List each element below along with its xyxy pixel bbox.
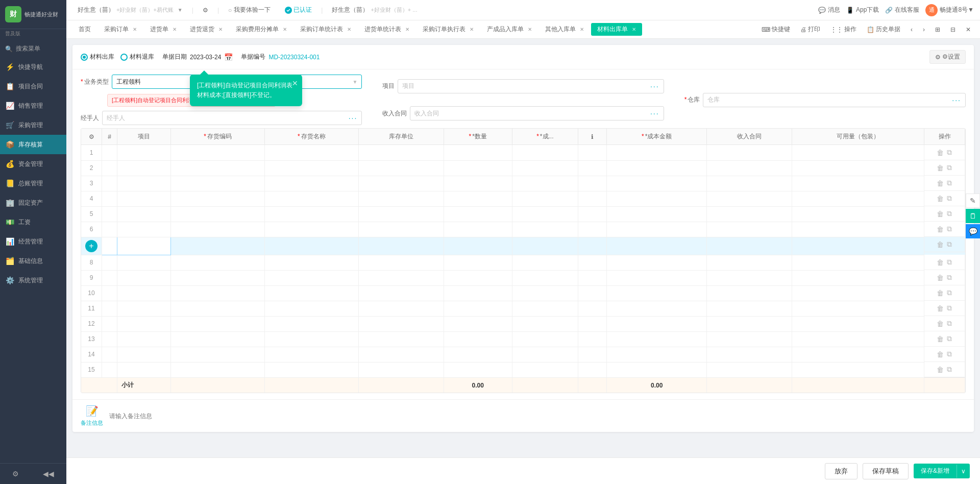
right-float-green-btn[interactable]: 🗒 bbox=[966, 209, 980, 223]
delete-row-8-btn[interactable]: 🗑 bbox=[937, 258, 944, 267]
delete-row-6-btn[interactable]: 🗑 bbox=[937, 225, 944, 233]
remarks-input[interactable] bbox=[109, 407, 966, 425]
secondbar-tab-purchase-order[interactable]: 采购订单 ✕ bbox=[98, 23, 143, 36]
handler-input[interactable]: 经手人 ··· bbox=[102, 111, 362, 125]
topbar-trial-btn[interactable]: ○ 我要体验一下 bbox=[223, 4, 276, 16]
history-btn[interactable]: 📋 历史单据 bbox=[864, 23, 903, 35]
calendar-icon[interactable]: 📅 bbox=[224, 53, 233, 61]
close-purchase-stat-tab[interactable]: ✕ bbox=[347, 27, 351, 32]
delete-row-9-btn[interactable]: 🗑 bbox=[937, 274, 944, 282]
radio-material-out[interactable]: 材料出库 bbox=[81, 53, 114, 61]
th-settings[interactable]: ⚙ bbox=[81, 129, 102, 145]
form-settings-btn[interactable]: ⚙ ⚙设置 bbox=[929, 50, 966, 64]
delete-row-4-btn[interactable]: 🗑 bbox=[937, 195, 944, 203]
copy-row-12-btn[interactable]: ⧉ bbox=[947, 319, 952, 328]
print-btn[interactable]: 🖨 打印 bbox=[797, 23, 823, 35]
secondbar-tab-inbound-stat[interactable]: 进货单统计表 ✕ bbox=[358, 23, 415, 36]
delete-row-14-btn[interactable]: 🗑 bbox=[937, 350, 944, 358]
sidebar-item-system[interactable]: ⚙️ 系统管理 bbox=[0, 271, 66, 290]
save-new-main-btn[interactable]: 保存&新增 bbox=[914, 464, 957, 478]
operation-btn[interactable]: ⋮⋮ 操作 bbox=[827, 23, 860, 35]
sidebar-item-inventory[interactable]: 📦 库存核算 bbox=[0, 135, 66, 154]
project-dots-link[interactable]: ··· bbox=[650, 82, 659, 90]
right-float-edit-btn[interactable]: ✎ bbox=[966, 193, 980, 208]
sidebar-item-assets[interactable]: 🏢 固定资产 bbox=[0, 193, 66, 212]
delete-row-3-btn[interactable]: 🗑 bbox=[937, 179, 944, 187]
copy-row-4-btn[interactable]: ⧉ bbox=[947, 194, 952, 203]
close-inbound-return-tab[interactable]: ✕ bbox=[218, 27, 223, 32]
add-row-btn[interactable]: + bbox=[85, 240, 97, 252]
close-window-btn[interactable]: ✕ bbox=[963, 25, 974, 35]
close-purchase-order-tab[interactable]: ✕ bbox=[133, 27, 137, 32]
sidebar-search[interactable]: 🔍 搜索菜单 bbox=[0, 40, 66, 57]
delete-row-7-btn[interactable]: 🗑 bbox=[937, 240, 944, 249]
tooltip-close-btn[interactable]: ✕ bbox=[292, 78, 298, 89]
secondbar-tab-purchase-exec[interactable]: 采购订单执行表 ✕ bbox=[416, 23, 480, 36]
th-info-icon[interactable]: ℹ bbox=[578, 129, 606, 145]
sidebar-collapse-btn[interactable]: ◀◀ bbox=[39, 468, 58, 480]
next-btn[interactable]: › bbox=[920, 25, 928, 35]
secondbar-tab-purchase-fee[interactable]: 采购费用分摊单 ✕ bbox=[230, 23, 293, 36]
topbar-tab-good-business[interactable]: 好生意（苗） +好业财（苗）+易代账 ▼ bbox=[72, 4, 188, 16]
topbar-settings-btn[interactable]: ⚙ bbox=[198, 5, 213, 16]
delete-row-1-btn[interactable]: 🗑 bbox=[937, 149, 944, 157]
income-contract-dots-link[interactable]: ··· bbox=[650, 109, 659, 117]
topbar-online-service-btn[interactable]: 🔗 在线客服 bbox=[885, 6, 919, 14]
copy-row-13-btn[interactable]: ⧉ bbox=[947, 334, 952, 343]
save-draft-btn[interactable]: 保存草稿 bbox=[863, 463, 909, 479]
secondbar-tab-other-inbound[interactable]: 其他入库单 ✕ bbox=[539, 23, 590, 36]
secondbar-tab-home[interactable]: 首页 bbox=[72, 23, 97, 36]
topbar-user-avatar[interactable]: 通 畅捷通8号▼ bbox=[925, 4, 974, 16]
secondbar-tab-inbound[interactable]: 进货单 ✕ bbox=[144, 23, 183, 36]
copy-row-14-btn[interactable]: ⧉ bbox=[947, 350, 952, 358]
sidebar-item-ledger[interactable]: 📒 总账管理 bbox=[0, 174, 66, 193]
close-purchase-fee-tab[interactable]: ✕ bbox=[283, 27, 287, 32]
shortcut-btn[interactable]: ⌨ 快捷键 bbox=[758, 23, 793, 35]
abandon-btn[interactable]: 放弃 bbox=[825, 463, 857, 479]
topbar-tab-good-business2[interactable]: 好生意（苗） +好业财（苗）+ ... bbox=[327, 4, 422, 16]
sidebar-item-basic[interactable]: 🗂️ 基础信息 bbox=[0, 251, 66, 271]
sidebar-item-ops[interactable]: 📊 经营管理 bbox=[0, 232, 66, 251]
view-list-btn[interactable]: ⊞ bbox=[932, 25, 943, 35]
copy-row-5-btn[interactable]: ⧉ bbox=[947, 209, 952, 218]
view-grid-btn[interactable]: ⊟ bbox=[947, 25, 959, 35]
delete-row-12-btn[interactable]: 🗑 bbox=[937, 320, 944, 328]
copy-row-11-btn[interactable]: ⧉ bbox=[947, 304, 952, 312]
right-float-blue-btn[interactable]: 💬 bbox=[966, 224, 980, 238]
delete-row-11-btn[interactable]: 🗑 bbox=[937, 304, 944, 312]
prev-btn[interactable]: ‹ bbox=[908, 25, 916, 35]
sidebar-item-quicknav[interactable]: ⚡ 快捷导航 bbox=[0, 57, 66, 77]
close-other-inbound-tab[interactable]: ✕ bbox=[580, 27, 584, 32]
secondbar-tab-inbound-return[interactable]: 进货退货 ✕ bbox=[184, 23, 229, 36]
copy-row-3-btn[interactable]: ⧉ bbox=[947, 179, 952, 187]
sidebar-item-salary[interactable]: 💵 工资 bbox=[0, 212, 66, 232]
copy-row-15-btn[interactable]: ⧉ bbox=[947, 365, 952, 374]
copy-row-7-btn[interactable]: ⧉ bbox=[947, 240, 952, 249]
secondbar-tab-material-out[interactable]: 材料出库单 ✕ bbox=[591, 23, 642, 36]
secondbar-tab-purchase-stat[interactable]: 采购订单统计表 ✕ bbox=[294, 23, 357, 36]
copy-row-6-btn[interactable]: ⧉ bbox=[947, 225, 952, 233]
topbar-message-btn[interactable]: 💬 消息 bbox=[818, 6, 840, 14]
close-product-inbound-tab[interactable]: ✕ bbox=[528, 27, 532, 32]
copy-row-1-btn[interactable]: ⧉ bbox=[947, 148, 952, 157]
copy-row-8-btn[interactable]: ⧉ bbox=[947, 258, 952, 267]
delete-row-2-btn[interactable]: 🗑 bbox=[937, 164, 944, 172]
delete-row-5-btn[interactable]: 🗑 bbox=[937, 210, 944, 218]
sidebar-item-finance[interactable]: 💰 资金管理 bbox=[0, 154, 66, 174]
close-inbound-stat-tab[interactable]: ✕ bbox=[405, 27, 409, 32]
copy-row-9-btn[interactable]: ⧉ bbox=[947, 273, 952, 282]
warehouse-input[interactable]: 仓库 ··· bbox=[703, 93, 966, 107]
sidebar-settings-btn[interactable]: ⚙ bbox=[8, 468, 23, 480]
close-purchase-exec-tab[interactable]: ✕ bbox=[470, 27, 474, 32]
secondbar-tab-product-inbound[interactable]: 产成品入库单 ✕ bbox=[481, 23, 538, 36]
handler-dots-link[interactable]: ··· bbox=[349, 114, 358, 122]
sidebar-item-purchase[interactable]: 🛒 采购管理 bbox=[0, 115, 66, 135]
copy-row-2-btn[interactable]: ⧉ bbox=[947, 163, 952, 172]
close-inbound-tab[interactable]: ✕ bbox=[173, 27, 177, 32]
copy-row-10-btn[interactable]: ⧉ bbox=[947, 288, 952, 297]
topbar-app-download-btn[interactable]: 📱 App下载 bbox=[846, 6, 879, 14]
sidebar-item-project[interactable]: 📋 项目合同 bbox=[0, 77, 66, 96]
delete-row-13-btn[interactable]: 🗑 bbox=[937, 335, 944, 343]
delete-row-10-btn[interactable]: 🗑 bbox=[937, 289, 944, 297]
project-input[interactable]: 项目 ··· bbox=[398, 79, 664, 93]
